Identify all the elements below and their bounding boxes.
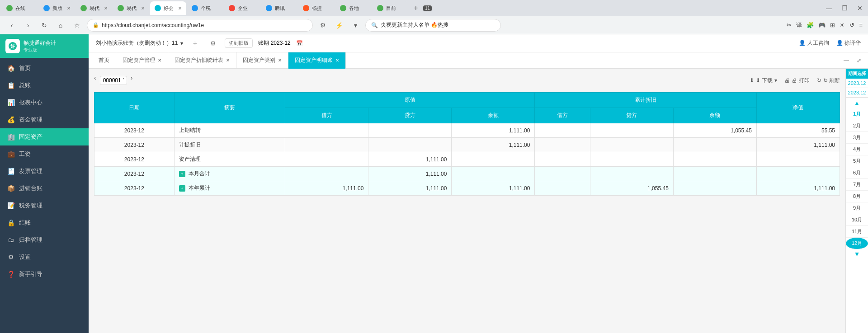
new-tab-button[interactable]: +: [410, 2, 422, 14]
browser-tab-5[interactable]: 好会 ✕: [150, 1, 186, 15]
translate-icon[interactable]: 译: [796, 21, 802, 29]
switch-version-button[interactable]: 切到旧版: [225, 38, 253, 48]
browser-tab-10[interactable]: 各地: [335, 1, 372, 15]
tab-close-fixed-asset-ledger[interactable]: ✕: [335, 58, 339, 63]
browser-tab-6[interactable]: 个税: [187, 1, 223, 15]
browser-right-icons: ✂ 译 🧩 🎮 ⊞ ☀ ↺ ≡: [787, 21, 863, 29]
period-month-1[interactable]: 1月: [846, 108, 868, 120]
sidebar-item-closing[interactable]: 🔒 结账: [0, 214, 89, 231]
row-orig-debit: 1,111.00: [285, 181, 368, 196]
game-icon[interactable]: 🎮: [818, 22, 826, 28]
sidebar-item-funds[interactable]: 💰 资金管理: [0, 111, 89, 128]
undo-icon[interactable]: ↺: [849, 22, 854, 28]
tab-home[interactable]: 首页: [92, 52, 116, 69]
prev-page-button[interactable]: ‹: [94, 74, 96, 81]
grid-icon[interactable]: ⊞: [830, 22, 835, 28]
page-input[interactable]: [100, 76, 127, 85]
sidebar-item-tax[interactable]: 📝 税务管理: [0, 197, 89, 214]
tab-close-5[interactable]: ✕: [178, 6, 182, 11]
tab-favicon-7: [229, 5, 235, 11]
sidebar-item-payroll[interactable]: 💼 工资: [0, 145, 89, 163]
sidebar-label-tax: 税务管理: [19, 202, 42, 210]
add-account-button[interactable]: +: [189, 37, 201, 50]
sidebar-item-invoice[interactable]: 🧾 发票管理: [0, 163, 89, 180]
extensions-button[interactable]: ⚙: [316, 19, 329, 32]
tab-close-fixed-asset-mgmt[interactable]: ✕: [158, 58, 161, 63]
browser-tab-1[interactable]: 在线: [2, 1, 38, 15]
user-profile-button[interactable]: 👤 徐译华: [836, 39, 861, 47]
logo-icon: 好: [5, 39, 20, 53]
tab-fixed-asset-ledger[interactable]: 固定资产明细账 ✕: [288, 52, 346, 69]
sidebar-item-ledger[interactable]: 📋 总账: [0, 77, 89, 94]
sidebar-item-inventory[interactable]: 📦 进销台账: [0, 180, 89, 197]
account-settings-button[interactable]: ⚙: [207, 37, 219, 50]
period-month-7[interactable]: 7月: [846, 179, 868, 191]
period-month-3[interactable]: 3月: [846, 132, 868, 144]
tab-close-fixed-asset-dep-stat[interactable]: ✕: [226, 58, 230, 63]
period-month-2[interactable]: 2月: [846, 120, 868, 132]
browser-tab-3[interactable]: 易代 ✕: [76, 1, 112, 15]
reload-button[interactable]: ↻: [38, 19, 51, 32]
account-selector[interactable]: 刘小艳演示账套（勿删勿动！）11 ▾: [96, 39, 183, 47]
period-month-6[interactable]: 6月: [846, 167, 868, 179]
browser-tab-9[interactable]: 畅捷: [298, 1, 335, 15]
dropdown-btn[interactable]: ▾: [349, 19, 362, 32]
print-button[interactable]: 🖨 🖨 打印: [784, 77, 809, 84]
tab-expand-button[interactable]: ⤢: [854, 55, 864, 66]
url-bar[interactable]: 🔒 https://cloud.chanjet.com/accounting/u…: [87, 19, 313, 32]
print-icon: 🖨: [784, 77, 790, 84]
window-minimize-btn[interactable]: —: [823, 2, 835, 14]
extension-icon[interactable]: 🧩: [807, 22, 814, 28]
home-button[interactable]: ⌂: [54, 19, 67, 32]
tab-close-fixed-asset-category[interactable]: ✕: [278, 58, 282, 63]
browser-tab-7[interactable]: 企业: [224, 1, 260, 15]
search-bar[interactable]: 🔍 央视更新主持人名单 🔥热搜: [365, 19, 501, 32]
sidebar-item-settings[interactable]: ⚙ 设置: [0, 249, 89, 266]
period-month-10[interactable]: 10月: [846, 214, 868, 226]
tab-collapse-button[interactable]: —: [841, 55, 852, 66]
period-down-button[interactable]: ▲: [846, 249, 868, 260]
tab-close-2[interactable]: ✕: [67, 6, 71, 11]
sidebar-item-guide[interactable]: ❓ 新手引导: [0, 266, 89, 283]
period-up-button[interactable]: ▲: [846, 98, 868, 108]
sidebar-item-home[interactable]: 🏠 首页: [0, 60, 89, 77]
browser-tab-4[interactable]: 易代 ✕: [113, 1, 149, 15]
lightning-button[interactable]: ⚡: [333, 19, 345, 32]
browser-tab-8[interactable]: 腾讯: [261, 1, 297, 15]
back-button[interactable]: ‹: [5, 19, 18, 32]
menu-icon[interactable]: ≡: [859, 22, 863, 28]
ledger-actions: ⬇ ⬇ 下载 ▾ 🖨 🖨 打印 ↻ ↻ 刷新: [750, 77, 840, 84]
ledger-main: ‹ › ⬇ ⬇ 下载 ▾ 🖨 🖨 打印: [89, 69, 845, 333]
next-page-button[interactable]: ›: [131, 74, 133, 81]
tab-close-3[interactable]: ✕: [104, 6, 108, 11]
col-header-date: 日期: [94, 93, 175, 123]
calendar-icon[interactable]: 📅: [296, 40, 303, 47]
brightness-icon[interactable]: ☀: [840, 22, 845, 28]
sidebar-item-fixed-assets[interactable]: 🏢 固定资产: [0, 128, 89, 145]
sidebar-item-archive[interactable]: 🗂 归档管理: [0, 231, 89, 249]
forward-button[interactable]: ›: [22, 19, 34, 32]
period-month-8[interactable]: 8月: [846, 191, 868, 202]
refresh-button[interactable]: ↻ ↻ 刷新: [817, 77, 840, 84]
refresh-label: ↻ 刷新: [823, 77, 840, 84]
period-month-9[interactable]: 9月: [846, 202, 868, 214]
content-area: ‹ › ⬇ ⬇ 下载 ▾ 🖨 🖨 打印: [89, 69, 868, 333]
tab-fixed-asset-category[interactable]: 固定资产类别 ✕: [236, 52, 288, 69]
bookmark-button[interactable]: ☆: [71, 19, 83, 32]
period-month-5[interactable]: 5月: [846, 155, 868, 167]
tab-favicon-9: [303, 5, 309, 11]
period-month-11[interactable]: 11月: [846, 226, 868, 238]
tab-close-4[interactable]: ✕: [141, 6, 145, 11]
browser-tab-2[interactable]: 新版 ✕: [39, 1, 75, 15]
tab-fixed-asset-mgmt[interactable]: 固定资产管理 ✕: [116, 52, 168, 69]
period-month-12[interactable]: 12月: [846, 238, 868, 249]
window-close-btn[interactable]: ✕: [854, 2, 866, 14]
tab-fixed-asset-dep-stat[interactable]: 固定资产折旧统计表 ✕: [168, 52, 236, 69]
sidebar-item-reports[interactable]: 📊 报表中心: [0, 94, 89, 111]
scissors-icon[interactable]: ✂: [787, 22, 792, 28]
help-button[interactable]: 👤 人工咨询: [799, 39, 829, 47]
window-restore-btn[interactable]: ❐: [838, 2, 851, 14]
download-button[interactable]: ⬇ ⬇ 下载 ▾: [750, 77, 777, 84]
period-month-4[interactable]: 4月: [846, 144, 868, 155]
browser-tab-11[interactable]: 目前: [373, 1, 409, 15]
